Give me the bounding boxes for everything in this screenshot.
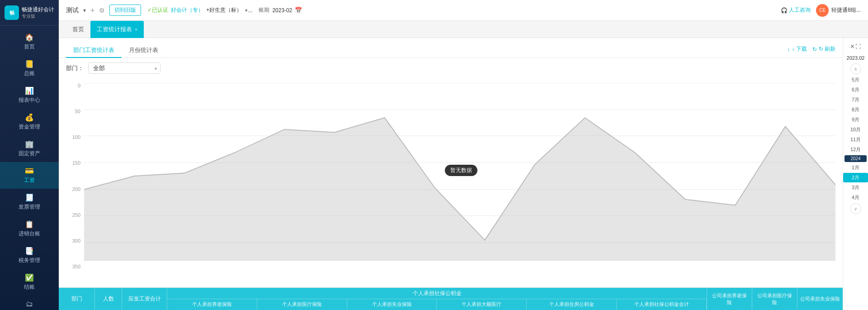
department-select[interactable]: 全部 销售部 财务部 技术部 行政部 [88, 62, 160, 74]
topbar-settings-icon[interactable]: ⚙ [99, 7, 105, 14]
capital-icon: 💰 [25, 113, 34, 122]
chart-svg [84, 83, 835, 269]
topbar-add-icon[interactable]: + [90, 6, 94, 14]
refresh-icon: ↻ [812, 46, 817, 52]
sidebar-nav: 🏠 首页 📒 总账 📊 报表中心 💰 资金管理 🏢 固定资产 💳 工资 🧾 发票… [0, 26, 59, 310]
month-item-11[interactable]: 11月 [843, 135, 868, 144]
user-name: 轻捷通8组... [831, 6, 861, 14]
tab-close-icon[interactable]: × [135, 27, 137, 32]
month-item-10[interactable]: 10月 [843, 125, 868, 134]
table-header: 部门 人数 应发工资合计 个人承担社保公积金 个人承担养老保险 [59, 287, 843, 310]
y-label-250: 250 [66, 212, 84, 218]
sidebar-logo: 畅 畅捷通好会计 专业版 [0, 0, 59, 26]
month-list-2023: 5月 6月 7月 8月 9月 10月 11月 12月 [843, 75, 868, 154]
topbar-dropdown[interactable]: ▾ [83, 7, 86, 14]
period-value: 2023-02 [272, 7, 292, 14]
y-label-50: 50 [66, 109, 84, 114]
sidebar-item-capital[interactable]: 💰 资金管理 [0, 109, 59, 135]
sub-tab-monthly[interactable]: 月份统计表 [122, 43, 165, 58]
th-headcount: 人数 [95, 288, 122, 310]
topbar-title: 测试 [66, 6, 79, 14]
logo-text: 畅捷通好会计 专业版 [22, 6, 54, 19]
month-item-8[interactable]: 8月 [843, 105, 868, 114]
y-axis: 350 300 250 200 150 100 50 0 [66, 83, 84, 269]
month-item-2024-4[interactable]: 4月 [843, 193, 868, 202]
user-info: CE 轻捷通8组... [816, 4, 861, 17]
chart-container: 350 300 250 200 150 100 50 0 [59, 78, 843, 287]
archive-icon: 🗂 [26, 300, 33, 308]
department-select-wrapper: 全部 销售部 财务部 技术部 行政部 ▾ [88, 62, 160, 74]
sidebar-item-payroll[interactable]: 💳 工资 [0, 162, 59, 189]
badge-good-accounting: 好会计（专） [171, 6, 203, 14]
th-personal-total: 个人承担社保公积金合计 [617, 299, 707, 310]
payroll-icon: 💳 [25, 167, 34, 175]
panel-date: 2023.02 [846, 53, 866, 62]
home-icon: 🏠 [25, 33, 34, 42]
switch-to-old-btn[interactable]: 切到旧版 [109, 5, 141, 16]
sidebar-item-tax[interactable]: 📑 税务管理 [0, 242, 59, 269]
th-company-medical: 公司承担医疗保险 [752, 288, 797, 310]
sidebar-item-invoice[interactable]: 🧾 发票管理 [0, 189, 59, 215]
assets-icon: 🏢 [25, 140, 34, 148]
th-department: 部门 [59, 288, 95, 310]
topbar: 测试 ▾ + ⚙ 切到旧版 ✓已认证 好会计（专） +好生意（标） +... 账… [59, 0, 868, 21]
th-personal-group-label: 个人承担社保公积金 [167, 288, 707, 299]
help-link[interactable]: 🎧 人工咨询 [781, 6, 811, 14]
sidebar-item-reports[interactable]: 📊 报表中心 [0, 82, 59, 109]
th-personal-group-cells: 个人承担养老保险 个人承担医疗保险 个人承担失业保险 个人承担大额医疗 个人承担 [167, 299, 707, 310]
sidebar-item-assets[interactable]: 🏢 固定资产 [0, 135, 59, 162]
calendar-icon[interactable]: 📅 [295, 7, 302, 14]
sub-tab-actions: ↓ ↓ 下载 ↻ ↻ 刷新 [787, 45, 835, 56]
y-label-0: 0 [66, 83, 84, 88]
y-label-100: 100 [66, 134, 84, 140]
month-item-9[interactable]: 9月 [843, 115, 868, 124]
sub-tabs: 部门工资统计表 月份统计表 ↓ ↓ 下载 ↻ ↻ 刷新 [59, 38, 843, 58]
sub-tab-department[interactable]: 部门工资统计表 [66, 43, 122, 58]
tab-home[interactable]: 首页 [66, 21, 90, 38]
month-item-2024-3[interactable]: 3月 [843, 183, 868, 192]
sidebar-item-home[interactable]: 🏠 首页 [0, 29, 59, 55]
chart-svg-wrapper: 暂无数据 [84, 83, 835, 269]
month-item-5[interactable]: 5月 [843, 75, 868, 85]
chart-area: 350 300 250 200 150 100 50 0 [66, 83, 835, 283]
nav-up-btn[interactable]: ∧ [850, 63, 861, 74]
download-btn[interactable]: ↓ ↓ 下载 [787, 45, 807, 53]
sidebar-item-closing[interactable]: ✅ 结账 [0, 269, 59, 296]
topbar-badges: ✓已认证 好会计（专） +好生意（标） +... 账期 2023-02 📅 [147, 6, 302, 14]
tabs-bar: 首页 工资统计报表 × [59, 21, 868, 38]
month-item-2024-2[interactable]: 2月 [843, 173, 868, 182]
month-item-2024-1[interactable]: 1月 [843, 163, 868, 172]
badge-good-business: +好生意（标） [206, 6, 242, 14]
main-content: 测试 ▾ + ⚙ 切到旧版 ✓已认证 好会计（专） +好生意（标） +... 账… [59, 0, 868, 310]
refresh-btn[interactable]: ↻ ↻ 刷新 [812, 45, 835, 53]
nav-down-btn[interactable]: ∨ [850, 203, 861, 214]
topbar-right: 🎧 人工咨询 CE 轻捷通8组... [781, 4, 861, 17]
sidebar-item-sales[interactable]: 📋 进销台账 [0, 215, 59, 242]
sidebar-item-archive[interactable]: 🗂 归档管理 [0, 296, 59, 310]
y-label-150: 150 [66, 160, 84, 166]
th-personal-unemployment: 个人承担失业保险 [347, 299, 437, 310]
month-item-12[interactable]: 12月 [843, 145, 868, 154]
month-item-6[interactable]: 6月 [843, 85, 868, 95]
avatar: CE [816, 4, 829, 17]
badge-certified: ✓已认证 [147, 6, 168, 14]
invoice-icon: 🧾 [25, 193, 34, 202]
th-total-salary: 应发工资合计 [122, 288, 167, 310]
y-label-350: 350 [66, 264, 84, 269]
panel-close: × ⛶ [843, 40, 868, 53]
close-icon[interactable]: × [850, 43, 854, 51]
month-list-2024: 1月 2月 3月 4月 [843, 163, 868, 202]
reports-icon: 📊 [25, 86, 34, 95]
expand-icon[interactable]: ⛶ [855, 43, 861, 50]
th-personal-medical: 个人承担医疗保险 [257, 299, 347, 310]
th-company-pension: 公司承担养老保险 [707, 288, 752, 310]
year-badge-2024: 2024 [844, 155, 867, 162]
th-personal-group: 个人承担社保公积金 个人承担养老保险 个人承担医疗保险 个人承担失业保险 [167, 288, 707, 310]
tab-payroll-stats[interactable]: 工资统计报表 × [90, 21, 144, 38]
filter-label: 部门： [66, 64, 84, 72]
page-area: 部门工资统计表 月份统计表 ↓ ↓ 下载 ↻ ↻ 刷新 [59, 38, 843, 310]
sidebar-item-ledger[interactable]: 📒 总账 [0, 55, 59, 82]
month-item-7[interactable]: 7月 [843, 95, 868, 105]
badge-more: +... [245, 7, 252, 14]
closing-icon: ✅ [25, 273, 34, 282]
